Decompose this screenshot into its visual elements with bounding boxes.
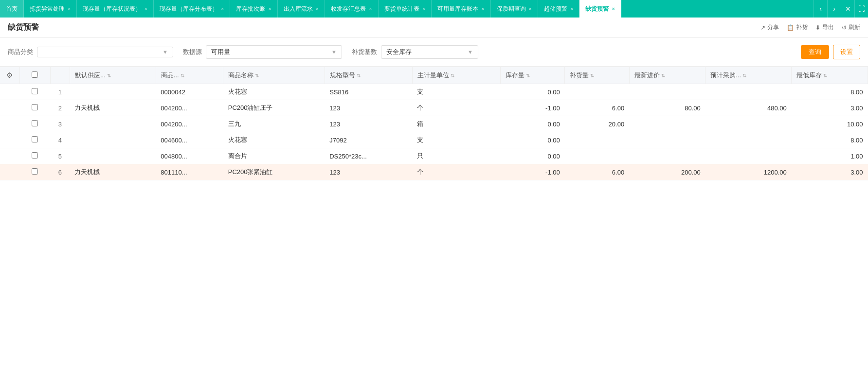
row-stock: 0.00 (500, 116, 564, 132)
tab-expiry-query[interactable]: 保质期查询 × (491, 0, 538, 18)
spec-sort-icon[interactable]: ⇅ (357, 73, 361, 78)
row-product-code: 0000042 (156, 84, 223, 100)
row-spec: J7092 (325, 132, 412, 148)
row-latest-price (629, 132, 705, 148)
supplier-sort-icon[interactable]: ⇅ (107, 73, 111, 78)
tab-close-inventory-dist[interactable]: × (221, 6, 224, 12)
tab-home[interactable]: 首页 (0, 0, 24, 18)
row-supplier (70, 148, 156, 164)
col-unit: 主计量单位 ⇅ (412, 67, 500, 84)
product-code-sort-icon[interactable]: ⇅ (181, 73, 184, 78)
datasource-select[interactable]: 可用量 ▼ (206, 45, 342, 59)
row-checkbox-cell[interactable] (19, 84, 50, 100)
refresh-icon: ↺ (842, 24, 847, 31)
tab-close-all[interactable]: ✕ (841, 0, 854, 18)
row-spec: 123 (325, 164, 412, 180)
row-replenish-qty: 20.00 (565, 116, 629, 132)
tab-scroll-right[interactable]: › (827, 0, 841, 18)
unit-sort-icon[interactable]: ⇅ (451, 73, 454, 78)
row-checkbox-1[interactable] (32, 104, 38, 110)
replenish-base-select[interactable]: 安全库存 ▼ (381, 45, 478, 59)
gear-icon[interactable]: ⚙ (6, 71, 13, 79)
row-checkbox-3[interactable] (32, 136, 38, 142)
row-checkbox-cell[interactable] (19, 100, 50, 116)
tab-available-ledger[interactable]: 可用量库存账本 × (432, 0, 490, 18)
header-actions: ↗ 分享 📋 补货 ⬇ 导出 ↺ 刷新 (760, 23, 860, 32)
tab-fullscreen[interactable]: ⛶ (854, 0, 868, 18)
row-stock: 0.00 (500, 132, 564, 148)
product-name-sort-icon[interactable]: ⇅ (255, 73, 259, 78)
row-spec: SS816 (325, 84, 412, 100)
tab-overstock-warn[interactable]: 超储预警 × (538, 0, 579, 18)
tab-close-batch-account[interactable]: × (268, 6, 271, 12)
tab-close-shortage-warn[interactable]: × (612, 6, 615, 12)
row-est-purchase: 480.00 (705, 100, 792, 116)
filter-group-datasource: 数据源 可用量 ▼ (183, 45, 342, 59)
row-no: 6 (50, 164, 70, 180)
tab-scroll-left[interactable]: ‹ (814, 0, 827, 18)
row-checkbox-cell[interactable] (19, 116, 50, 132)
tab-exception[interactable]: 拣货异常处理 × (24, 0, 77, 18)
col-settings[interactable]: ⚙ (0, 67, 19, 84)
row-checkbox-2[interactable] (32, 120, 38, 126)
tab-in-out-flow[interactable]: 出入库流水 × (278, 0, 325, 18)
row-no: 5 (50, 148, 70, 164)
category-select[interactable]: ▼ (37, 47, 173, 57)
replenish-qty-sort-icon[interactable]: ⇅ (590, 73, 594, 78)
row-replenish-qty (565, 132, 629, 148)
share-button[interactable]: ↗ 分享 (760, 23, 779, 32)
tab-close-exception[interactable]: × (68, 6, 71, 12)
replenish-base-value: 安全库存 (386, 48, 464, 56)
tab-close-demand-stat[interactable]: × (422, 6, 425, 12)
row-checkbox-0[interactable] (32, 88, 38, 94)
tab-inventory-status[interactable]: 现存量（库存状况表） × (77, 0, 153, 18)
row-checkbox-5[interactable] (32, 168, 38, 175)
row-checkbox-cell[interactable] (19, 164, 50, 180)
row-checkbox-cell[interactable] (19, 132, 50, 148)
tab-nav-buttons: ‹ › ✕ ⛶ (814, 0, 868, 18)
row-est-purchase (705, 84, 792, 100)
col-product-name: 商品名称 ⇅ (223, 67, 325, 84)
tab-close-available-ledger[interactable]: × (481, 6, 484, 12)
tab-demand-stat[interactable]: 要货单统计表 × (379, 0, 432, 18)
replenish-button[interactable]: 📋 补货 (787, 23, 808, 32)
row-gear-cell (0, 132, 19, 148)
tab-close-in-out-flow[interactable]: × (316, 6, 319, 12)
row-supplier: 力天机械 (70, 164, 156, 180)
shortage-table: ⚙ 默认供应... ⇅ 商品... (0, 67, 868, 180)
row-spec: 123 (325, 116, 412, 132)
tab-shortage-warn[interactable]: 缺货预警 × (579, 0, 621, 18)
row-checkbox-4[interactable] (32, 152, 38, 158)
query-button[interactable]: 查询 (801, 45, 829, 59)
row-min-stock: 3.00 (792, 164, 868, 180)
row-stock: -1.00 (500, 100, 564, 116)
row-latest-price: 200.00 (629, 164, 705, 180)
tab-receipt-summary[interactable]: 收发存汇总表 × (325, 0, 378, 18)
row-min-stock: 10.00 (792, 116, 868, 132)
stock-sort-icon[interactable]: ⇅ (526, 73, 530, 78)
col-product-code: 商品... ⇅ (156, 67, 223, 84)
row-checkbox-cell[interactable] (19, 148, 50, 164)
page-title: 缺货预警 (8, 22, 760, 33)
export-button[interactable]: ⬇ 导出 (815, 23, 834, 32)
select-all-checkbox[interactable] (32, 71, 38, 78)
tab-close-receipt-summary[interactable]: × (369, 6, 372, 12)
datasource-label: 数据源 (183, 48, 202, 56)
latest-price-sort-icon[interactable]: ⇅ (661, 73, 665, 78)
settings-button[interactable]: 设置 (833, 45, 860, 59)
col-spec: 规格型号 ⇅ (325, 67, 412, 84)
est-purchase-sort-icon[interactable]: ⇅ (742, 73, 746, 78)
row-product-name: 离合片 (223, 148, 325, 164)
tab-batch-account[interactable]: 库存批次账 × (230, 0, 277, 18)
tab-close-overstock-warn[interactable]: × (570, 6, 573, 12)
min-stock-sort-icon[interactable]: ⇅ (823, 73, 827, 78)
row-unit: 支 (412, 84, 500, 100)
row-gear-cell (0, 164, 19, 180)
tab-close-inventory-status[interactable]: × (144, 6, 147, 12)
tab-close-expiry-query[interactable]: × (529, 6, 532, 12)
tab-inventory-dist[interactable]: 现存量（库存分布表） × (154, 0, 230, 18)
row-spec: DS250*23c... (325, 148, 412, 164)
row-unit: 支 (412, 132, 500, 148)
row-min-stock: 3.00 (792, 100, 868, 116)
refresh-button[interactable]: ↺ 刷新 (842, 23, 860, 32)
